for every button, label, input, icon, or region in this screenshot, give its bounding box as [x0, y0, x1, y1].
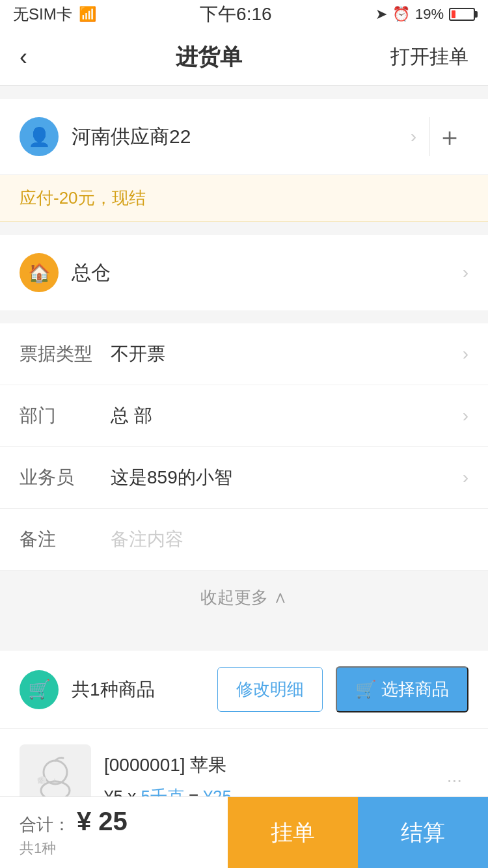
status-right: ➤ ⏰ 19% — [375, 6, 475, 23]
warehouse-section: 🏠 总仓 › — [0, 235, 488, 310]
open-pending-button[interactable]: 打开挂单 — [390, 44, 468, 70]
supplier-notice: 应付-20元，现结 — [0, 175, 488, 222]
divider-4 — [0, 625, 488, 638]
divider-2 — [0, 222, 488, 235]
invoice-type-label: 票据类型 — [20, 342, 111, 366]
supplier-section: 👤 河南供应商22 › ＋ 应付-20元，现结 — [0, 99, 488, 222]
product-more-button[interactable]: ··· — [441, 763, 468, 797]
form-section: 票据类型 不开票 › 部门 总 部 › 业务员 这是859的小智 › 备注 备注… — [0, 323, 488, 571]
department-value: 总 部 — [111, 403, 456, 428]
status-time: 下午6:16 — [200, 2, 272, 27]
invoice-type-chevron-icon: › — [463, 344, 468, 364]
supplier-chevron-icon: › — [411, 126, 416, 147]
status-bar: 无SIM卡 📶 下午6:16 ➤ ⏰ 19% — [0, 0, 488, 29]
remark-label: 备注 — [20, 527, 111, 552]
divider-1 — [0, 86, 488, 99]
carrier-text: 无SIM卡 — [13, 4, 72, 25]
warehouse-icon: 🏠 — [20, 253, 59, 292]
battery-text: 19% — [415, 6, 444, 23]
salesperson-chevron-icon: › — [463, 467, 468, 488]
total-amount: ¥ 25 — [77, 807, 128, 836]
remark-value: 备注内容 — [111, 527, 468, 552]
warehouse-row[interactable]: 🏠 总仓 › — [0, 235, 488, 310]
total-sub: 共1种 — [20, 839, 208, 858]
bottom-bar: 合计： ¥ 25 共1种 挂单 结算 — [0, 796, 488, 868]
status-left: 无SIM卡 📶 — [13, 4, 96, 25]
add-supplier-button[interactable]: ＋ — [429, 117, 468, 156]
department-label: 部门 — [20, 403, 111, 428]
warehouse-chevron-icon: › — [463, 262, 468, 283]
salesperson-row[interactable]: 业务员 这是859的小智 › — [0, 447, 488, 509]
select-product-button[interactable]: 🛒 选择商品 — [336, 666, 468, 712]
pending-button[interactable]: 挂单 — [228, 797, 358, 868]
svg-text:督: 督 — [37, 777, 44, 784]
department-chevron-icon: › — [463, 405, 468, 426]
product-name: [0000001] 苹果 — [104, 753, 427, 778]
svg-text:+: + — [53, 777, 57, 784]
salesperson-label: 业务员 — [20, 465, 111, 490]
collapse-button[interactable]: 收起更多 ∧ — [0, 571, 488, 625]
nav-bar: ‹ 进货单 打开挂单 — [0, 29, 488, 86]
alarm-icon: ⏰ — [392, 6, 410, 23]
products-icon: 🛒 — [20, 670, 59, 709]
select-icon: 🛒 — [355, 679, 376, 699]
avatar-icon: 👤 — [28, 126, 51, 148]
total-row: 合计： ¥ 25 — [20, 807, 208, 836]
supplier-avatar: 👤 — [20, 117, 59, 156]
divider-3 — [0, 310, 488, 323]
warehouse-name: 总仓 — [72, 260, 456, 286]
confirm-button[interactable]: 结算 — [358, 797, 488, 868]
department-row[interactable]: 部门 总 部 › — [0, 385, 488, 447]
remark-row[interactable]: 备注 备注内容 — [0, 509, 488, 571]
back-button[interactable]: ‹ — [20, 44, 27, 71]
edit-detail-button[interactable]: 修改明细 — [217, 667, 323, 712]
supplier-row: 👤 河南供应商22 › ＋ — [0, 99, 488, 175]
wifi-icon: 📶 — [79, 6, 96, 23]
location-icon: ➤ — [375, 6, 387, 23]
salesperson-value: 这是859的小智 — [111, 465, 456, 490]
products-header: 🛒 共1种商品 修改明细 🛒 选择商品 — [0, 651, 488, 728]
invoice-type-value: 不开票 — [111, 342, 456, 366]
page-title: 进货单 — [176, 42, 242, 72]
invoice-type-row[interactable]: 票据类型 不开票 › — [0, 323, 488, 385]
battery-icon — [449, 8, 475, 21]
cart-icon: 🛒 — [28, 679, 51, 700]
total-section: 合计： ¥ 25 共1种 — [0, 797, 228, 868]
total-label: 合计： — [20, 813, 70, 836]
supplier-name: 河南供应商22 — [72, 124, 404, 150]
products-count: 共1种商品 — [72, 677, 204, 702]
